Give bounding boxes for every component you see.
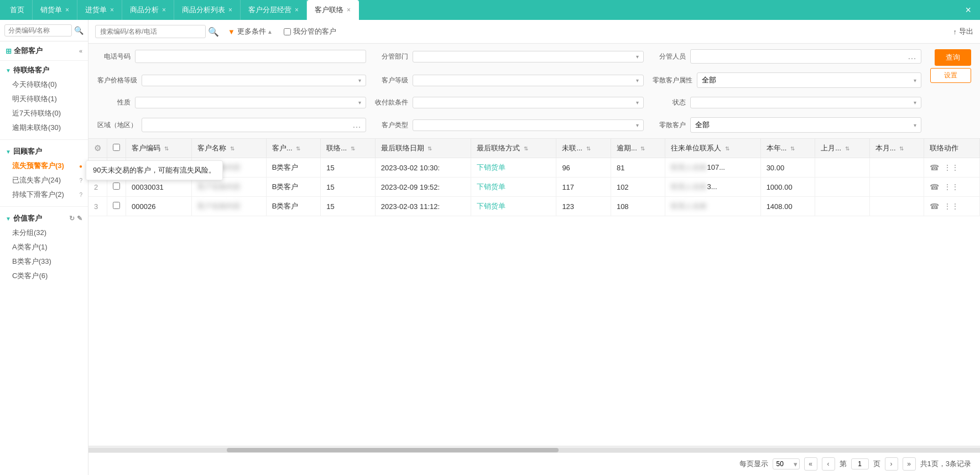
col-no-contact[interactable]: 未联... ⇅ xyxy=(556,139,611,158)
tab-home[interactable]: 首页 xyxy=(4,0,33,20)
tab-analysis-list[interactable]: 商品分析列表 × xyxy=(174,0,241,20)
region-dots[interactable]: … xyxy=(352,121,361,129)
page-size-select[interactable]: 50 100 200 xyxy=(773,458,800,469)
cell-this-month-0 xyxy=(869,158,924,178)
export-button[interactable]: ↑ 导出 xyxy=(953,27,974,36)
cell-liaison-1: 联系人名称3... xyxy=(665,178,760,197)
col-this-year[interactable]: 本年... ⇅ xyxy=(760,139,815,158)
col-name[interactable]: 客户名称 ⇅ xyxy=(192,139,267,158)
sidebar-search-input[interactable] xyxy=(4,24,72,36)
filter-field-gender: 性质 ▾ xyxy=(97,97,366,108)
col-liaison[interactable]: 往来单位联系人 ⇅ xyxy=(665,139,760,158)
tab-customer-tier[interactable]: 客户分层经营 × xyxy=(241,0,307,20)
sidebar-item-week[interactable]: 近7天待联络(0) xyxy=(0,106,88,121)
my-customers-checkbox[interactable] xyxy=(284,28,291,35)
cell-checkbox-2 xyxy=(107,197,126,216)
filter-input-phone[interactable] xyxy=(135,50,366,63)
action-more-2[interactable]: ⋮⋮ xyxy=(943,202,959,211)
sidebar-item-c-class[interactable]: C类客户(6) xyxy=(0,269,88,283)
row-checkbox-2[interactable] xyxy=(113,202,120,209)
col-last-month[interactable]: 上月... ⇅ xyxy=(815,139,870,158)
col-contact[interactable]: 联络... ⇅ xyxy=(321,139,376,158)
sidebar-item-churn-alert[interactable]: 流失预警客户(3) ● xyxy=(0,159,88,173)
tab-analysis-list-close[interactable]: × xyxy=(228,6,232,14)
code-sort-icon: ⇅ xyxy=(164,145,169,152)
last-method-link-0[interactable]: 下销货单 xyxy=(477,163,505,171)
sidebar-item-tomorrow[interactable]: 明天待联络(1) xyxy=(0,92,88,106)
action-more-1[interactable]: ⋮⋮ xyxy=(943,182,959,191)
churned-question: ? xyxy=(79,178,82,184)
filter-more-conditions[interactable]: ▼ 更多条件 ▲ xyxy=(223,24,277,39)
filter-select-payment[interactable]: ▾ xyxy=(413,97,644,108)
action-more-0[interactable]: ⋮⋮ xyxy=(943,163,959,172)
last-method-link-1[interactable]: 下销货单 xyxy=(477,182,505,191)
sidebar-item-today[interactable]: 今天待联络(0) xyxy=(0,77,88,92)
filter-field-manager: 分管人员 … xyxy=(653,49,921,64)
sidebar-item-churned[interactable]: 已流失客户(24) ? xyxy=(0,173,88,187)
tab-customer-link[interactable]: 客户联络 × xyxy=(307,0,359,20)
tab-purchase-close[interactable]: × xyxy=(110,6,114,14)
setting-button[interactable]: 设置 xyxy=(930,68,971,83)
col-last-contact-method[interactable]: 最后联络方式 ⇅ xyxy=(471,139,556,158)
scrollbar-thumb[interactable] xyxy=(227,448,559,452)
sidebar-group-pending[interactable]: ▼ 待联络客户 xyxy=(0,63,88,77)
sidebar-item-downtrend[interactable]: 持续下滑客户(2) ? xyxy=(0,187,88,202)
col-this-month[interactable]: 本月... ⇅ xyxy=(869,139,924,158)
filter-select-retail-attr[interactable]: 全部 ▾ xyxy=(697,72,921,88)
filter-select-manager[interactable]: … xyxy=(690,49,921,64)
tab-purchase[interactable]: 进货单 × xyxy=(77,0,122,20)
tab-sales[interactable]: 销货单 × xyxy=(33,0,77,20)
filter-select-gender[interactable]: ▾ xyxy=(135,97,366,108)
sidebar-item-a-class[interactable]: A类客户(1) xyxy=(0,240,88,254)
query-button[interactable]: 查询 xyxy=(935,49,971,66)
tab-sales-close[interactable]: × xyxy=(65,6,69,14)
col-customer-type[interactable]: 客户... ⇅ xyxy=(266,139,321,158)
horizontal-scrollbar[interactable] xyxy=(88,446,980,452)
col-last-contact-date[interactable]: 最后联络日期 ⇅ xyxy=(375,139,471,158)
action-phone-0[interactable]: ☎ xyxy=(930,163,939,172)
collapse-icon[interactable]: « xyxy=(79,48,82,54)
filter-select-region[interactable]: … xyxy=(142,118,366,132)
sidebar-pending-group: ▼ 待联络客户 今天待联络(0) 明天待联络(1) 近7天待联络(0) 逾期未联… xyxy=(0,61,88,137)
page-number-input[interactable] xyxy=(851,458,869,469)
manager-dots[interactable]: … xyxy=(908,52,916,61)
sidebar-item-overdue[interactable]: 逾期未联络(30) xyxy=(0,121,88,135)
tab-analysis[interactable]: 商品分析 × xyxy=(122,0,174,20)
select-all-checkbox[interactable] xyxy=(113,144,120,151)
filter-select-status[interactable]: ▾ xyxy=(690,97,921,108)
gear-icon[interactable]: ⚙ xyxy=(94,143,101,153)
sidebar-group-value[interactable]: ▼ 价值客户 ↻ ✎ xyxy=(0,211,88,226)
filter-select-customer-type[interactable]: ▾ xyxy=(413,119,644,131)
action-phone-2[interactable]: ☎ xyxy=(930,202,939,211)
col-code[interactable]: 客户编码 ⇅ xyxy=(126,139,192,158)
filter-select-customer-grade[interactable]: ▾ xyxy=(413,75,644,86)
tab-analysis-close[interactable]: × xyxy=(162,6,166,14)
sidebar-search-icon[interactable]: 🔍 xyxy=(74,26,84,35)
row-checkbox-1[interactable] xyxy=(113,182,120,190)
first-page-button[interactable]: « xyxy=(804,457,817,471)
sidebar-group-churn[interactable]: ▼ 回顾客户 xyxy=(0,144,88,159)
filter-select-branch[interactable]: ▾ xyxy=(413,51,644,62)
col-overdue[interactable]: 逾期... ⇅ xyxy=(611,139,665,158)
window-close-button[interactable]: × xyxy=(961,4,976,16)
sidebar-all-customers[interactable]: ⊞ 全部客户 « xyxy=(0,41,88,61)
filter-label-manager: 分管人员 xyxy=(653,52,686,61)
filter-search-input[interactable] xyxy=(95,25,206,38)
tab-customer-tier-close[interactable]: × xyxy=(295,6,299,14)
tab-customer-link-close[interactable]: × xyxy=(347,6,351,14)
next-page-button[interactable]: › xyxy=(885,457,898,471)
prev-page-button[interactable]: ‹ xyxy=(822,457,835,471)
my-customers-checkbox-label[interactable]: 我分管的客户 xyxy=(284,27,336,36)
sidebar-item-unsorted[interactable]: 未分组(32) xyxy=(0,226,88,240)
last-method-link-2[interactable]: 下销货单 xyxy=(477,202,505,210)
filter-select-retail-customer[interactable]: 全部 ▾ xyxy=(690,117,921,133)
col-customer-type-label: 客户... xyxy=(272,144,293,152)
filter-field-phone: 电话号码 xyxy=(97,50,366,63)
sidebar-item-b-class[interactable]: B类客户(33) xyxy=(0,254,88,269)
filter-select-price-grade[interactable]: ▾ xyxy=(142,75,366,86)
action-phone-1[interactable]: ☎ xyxy=(930,182,939,191)
last-page-button[interactable]: » xyxy=(903,457,916,471)
filter-search-button[interactable]: 🔍 xyxy=(208,27,219,37)
value-edit-icon[interactable]: ✎ xyxy=(77,215,82,222)
value-refresh-icon[interactable]: ↻ xyxy=(69,215,75,222)
